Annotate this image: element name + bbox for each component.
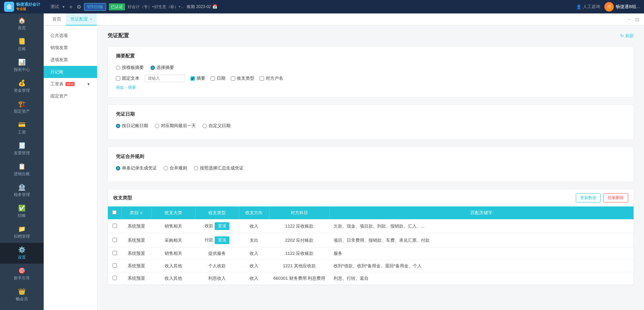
checkbox-counterparty[interactable]: 对方户名 — [260, 75, 283, 81]
sidebar-item-stock[interactable]: 📋 进销台账 — [0, 159, 44, 180]
merge-radio-group: 单条记录生成凭证 合并规则 按照选择汇总生成凭证 — [116, 165, 626, 171]
nav-item-sales-invoice[interactable]: 销项发票 — [44, 42, 97, 54]
checkbox-fixed-text[interactable]: 固定文本 — [116, 75, 139, 81]
sidebar-item-close[interactable]: ✅ 结账 — [0, 201, 44, 222]
row-checkbox-cell — [108, 247, 121, 260]
batch-delete-button[interactable]: 批量删除 — [603, 193, 628, 202]
row-direction: 支出 — [239, 233, 269, 247]
sidebar-item-reports[interactable]: 📊 报表中心 — [0, 55, 44, 76]
row-checkbox[interactable] — [113, 238, 117, 242]
th-direction: 收支方向 — [239, 206, 269, 219]
radio-single-record[interactable]: 单条记录生成凭证 — [116, 165, 157, 171]
main-layout: 首页 凭证配置 × － ⊡ 公共选项 销项发票 进项发票 日记账 — [44, 13, 644, 310]
nav-item-journal[interactable]: 日记账 — [44, 66, 97, 78]
new-badge: NEW — [66, 82, 75, 86]
nav-item-public[interactable]: 公共选项 — [44, 30, 97, 42]
sidebar-item-tax[interactable]: 🏦 税务管理 — [0, 180, 44, 201]
archive-icon: 📁 — [18, 225, 26, 233]
page-header: 凭证配置 ↻ 刷新 — [108, 32, 634, 39]
settings-nav-icon: ⚙️ — [18, 246, 26, 254]
sidebar-item-ledger[interactable]: 📒 总账 — [0, 34, 44, 55]
sidebar-item-invoice[interactable]: 🧾 发票管理 — [0, 139, 44, 159]
row-subject: 2202 应付账款 — [269, 233, 330, 247]
checkbox-income-type[interactable]: 收支类型 — [231, 75, 254, 81]
radio-journal-date[interactable]: 按日记账日期 — [116, 123, 148, 129]
sidebar-item-assets[interactable]: 🏗️ 固定资产 — [0, 97, 44, 118]
fixed-text-input[interactable] — [145, 75, 185, 82]
reset-button[interactable]: 置顶 — [215, 222, 229, 230]
settings-icon[interactable]: ⚙ — [77, 4, 81, 10]
row-type: 提供服务 — [195, 247, 239, 260]
sidebar-item-home[interactable]: 🏠 首页 — [0, 13, 44, 34]
calendar-icon[interactable]: 📅 — [212, 4, 217, 9]
update-data-button[interactable]: 更新数据 — [576, 193, 601, 202]
sidebar-item-archive[interactable]: 📁 归档管理 — [0, 222, 44, 243]
merge-section-title: 凭证合并规则 — [116, 154, 626, 160]
period: 账期 2023-02 📅 — [187, 4, 217, 10]
refresh-button[interactable]: ↻ 刷新 — [620, 33, 634, 39]
guide-icon: 🎯 — [18, 267, 26, 274]
sidebar-item-guide[interactable]: 🎯 新手引导 — [0, 264, 44, 284]
tab-close-icon[interactable]: × — [90, 17, 92, 21]
th-type: 收支类型 — [195, 206, 239, 219]
income-expense-section: 收支类型 更新数据 批量删除 类别 ∨ 收支大类 — [108, 189, 634, 285]
radio-last-day[interactable]: 对应期间最后一天 — [155, 123, 196, 129]
th-category[interactable]: 类别 ∨ — [121, 206, 152, 219]
tab-voucher-config[interactable]: 凭证配置 × — [66, 13, 97, 26]
tab-home[interactable]: 首页 — [48, 13, 66, 26]
window-controls: － ⊡ — [627, 17, 640, 22]
row-big-category: 采购相关 — [152, 233, 195, 247]
row-checkbox[interactable] — [113, 276, 117, 280]
hint-text: 例如：摘要 — [116, 85, 626, 90]
period-label: 账期 — [187, 4, 195, 10]
radio-custom-date[interactable]: 自定义日期 — [203, 123, 230, 129]
refresh-icon: ↻ — [620, 33, 624, 38]
nav-item-payroll[interactable]: 工资表 NEW ▼ — [44, 78, 97, 90]
nav-item-fixed-assets[interactable]: 固定资产 — [44, 90, 97, 102]
reset-button[interactable]: 置顶 — [215, 236, 229, 244]
row-category: 系统预置 — [121, 233, 152, 247]
row-category: 系统预置 — [121, 247, 152, 260]
row-direction: 收入 — [239, 272, 269, 285]
row-direction: 收入 — [239, 247, 269, 260]
sidebar-item-member[interactable]: 👑 畅会员 — [0, 284, 44, 305]
nav-label-purchase-invoice: 进项发票 — [50, 57, 68, 63]
checkbox-date[interactable]: 日期 — [211, 75, 225, 81]
avatar: 川 — [604, 2, 614, 11]
expand-icon[interactable]: ▼ — [87, 82, 90, 86]
minimize-button[interactable]: － — [627, 17, 632, 22]
stock-icon: 📋 — [18, 163, 26, 170]
row-checkbox[interactable] — [113, 224, 117, 228]
nav-item-purchase-invoice[interactable]: 进项发票 — [44, 54, 97, 66]
select-all-checkbox[interactable] — [112, 210, 117, 215]
radio-template-label: 按模板摘要 — [122, 65, 144, 71]
sidebar-item-funds[interactable]: 💰 资金管理 — [0, 76, 44, 97]
add-icon[interactable]: ＋ — [68, 3, 74, 11]
summary-checkbox-row: 固定文本 摘要 日期 收支类型 — [116, 75, 626, 82]
switch-version-button[interactable]: 切到旧版 — [84, 3, 106, 11]
row-checkbox[interactable] — [113, 251, 117, 255]
maximize-button[interactable]: ⊡ — [635, 17, 640, 22]
sidebar-item-settings[interactable]: ⚙️ 设置 — [0, 243, 44, 264]
sidebar-item-salary[interactable]: 💳 工资 — [0, 118, 44, 139]
checkbox-counterparty-label: 对方户名 — [266, 75, 283, 81]
sidebar-label-close: 结账 — [18, 213, 26, 219]
radio-template-summary[interactable]: 按模板摘要 — [116, 65, 144, 71]
nav-label-payroll: 工资表 — [50, 81, 63, 87]
row-checkbox[interactable] — [113, 263, 117, 268]
user-menu[interactable]: 川 畅捷通B组... — [604, 2, 640, 11]
row-checkbox-cell — [108, 219, 121, 233]
help-btn[interactable]: 👤 人工咨询 — [576, 4, 600, 10]
row-type: 个人收款 — [195, 260, 239, 272]
radio-select-summary[interactable]: 选择摘要 — [151, 65, 174, 71]
row-direction: 收入 — [239, 260, 269, 272]
checkbox-summary[interactable]: 摘要 — [190, 75, 205, 81]
radio-summary-generate[interactable]: 按照选择汇总生成凭证 — [194, 165, 244, 171]
radio-single-record-label: 单条记录生成凭证 — [122, 165, 157, 171]
radio-merge-rule[interactable]: 合并规则 — [164, 165, 187, 171]
invoice-icon: 🧾 — [18, 142, 26, 149]
company-dropdown-icon[interactable]: ▼ — [62, 5, 65, 9]
checkbox-fixed-text-label: 固定文本 — [122, 75, 139, 81]
content-area: 公共选项 销项发票 进项发票 日记账 工资表 NEW ▼ 固定资产 — [44, 26, 644, 310]
date-radio-group: 按日记账日期 对应期间最后一天 自定义日期 — [116, 123, 626, 129]
